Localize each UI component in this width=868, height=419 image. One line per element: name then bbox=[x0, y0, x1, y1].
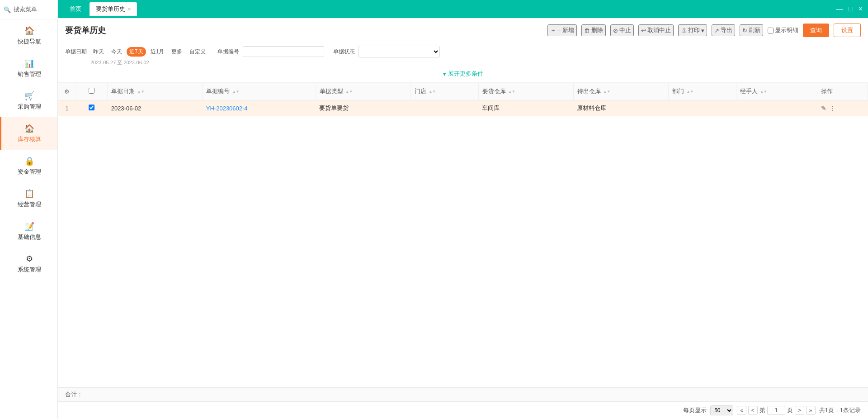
refresh-button[interactable]: ↻ 刷新 bbox=[740, 24, 763, 36]
main-area: 首页 要货单历史 × — □ × 要货单历史 ＋ + 新增 🗑 删除 bbox=[58, 0, 868, 419]
print-button[interactable]: 🖨 打印 ▾ bbox=[678, 24, 707, 36]
home-icon: 🏠 bbox=[24, 26, 34, 36]
last-page-btn[interactable]: » bbox=[806, 406, 816, 415]
sidebar-item-finance[interactable]: 🔒 资金管理 bbox=[0, 150, 57, 182]
total-info: 共1页，1条记录 bbox=[819, 406, 861, 414]
table-footer: 合计： bbox=[58, 387, 868, 401]
sort-pending-warehouse-icon[interactable]: ▲▼ bbox=[603, 90, 610, 94]
doc-no-input[interactable] bbox=[243, 46, 324, 57]
row-more-icon[interactable]: ⋮ bbox=[829, 105, 835, 112]
col-doc-type: 单据类型 ▲▼ bbox=[316, 83, 410, 100]
sidebar-item-basic[interactable]: 📝 基础信息 bbox=[0, 215, 57, 248]
shortcut-last1month[interactable]: 近1月 bbox=[148, 47, 167, 57]
sidebar-item-purchase[interactable]: 🛒 采购管理 bbox=[0, 85, 57, 117]
chevron-down-icon: ▾ bbox=[443, 71, 446, 77]
tab-active[interactable]: 要货单历史 × bbox=[90, 2, 137, 16]
filter-area: 单据日期 昨天 今天 近7天 近1月 更多 自定义 单据编号 单据状态 bbox=[58, 41, 868, 83]
sidebar-search[interactable]: 🔍 搜索菜单 bbox=[0, 0, 57, 19]
table-header-row: ⚙ 单据日期 ▲▼ 单据编号 ▲▼ 单据类型 bbox=[58, 83, 868, 100]
row-doc-type: 要货单要货 bbox=[316, 100, 410, 116]
expand-more-btn[interactable]: ▾ 展开更多条件 bbox=[65, 70, 861, 78]
add-button[interactable]: ＋ + 新增 bbox=[547, 24, 577, 36]
warehouse-icon: 🏠 bbox=[24, 124, 34, 133]
date-shortcuts: 昨天 今天 近7天 近1月 更多 自定义 bbox=[90, 47, 208, 57]
sidebar-item-label: 基础信息 bbox=[18, 233, 41, 241]
stop-button[interactable]: ⊘ 中止 bbox=[610, 24, 634, 36]
doc-no-label: 单据编号 bbox=[217, 48, 239, 56]
sidebar-item-label: 库存核算 bbox=[18, 135, 41, 143]
minimize-icon[interactable]: — bbox=[836, 5, 843, 13]
next-page-btn[interactable]: > bbox=[795, 406, 804, 415]
page-title: 要货单历史 bbox=[65, 25, 106, 36]
cancel-stop-button[interactable]: ↩ 取消中止 bbox=[638, 24, 674, 36]
shortcut-yesterday[interactable]: 昨天 bbox=[90, 47, 107, 57]
row-pending-warehouse: 原材料仓库 bbox=[573, 100, 668, 116]
row-store bbox=[410, 100, 478, 116]
date-range-display: 2023-05-27 至 2023-06-02 bbox=[90, 59, 149, 66]
expand-more-label: 展开更多条件 bbox=[448, 70, 483, 78]
window-close-icon[interactable]: × bbox=[859, 5, 863, 13]
toolbar: ＋ + 新增 🗑 删除 ⊘ 中止 ↩ 取消中止 🖨 打印 bbox=[547, 24, 861, 37]
date-filter-group: 单据日期 昨天 今天 近7天 近1月 更多 自定义 bbox=[65, 47, 208, 57]
export-button[interactable]: ↗ 导出 bbox=[712, 24, 735, 36]
shortcut-more[interactable]: 更多 bbox=[169, 47, 185, 57]
add-icon: ＋ bbox=[550, 26, 556, 34]
maximize-icon[interactable]: □ bbox=[849, 5, 853, 13]
sidebar-item-label: 资金管理 bbox=[18, 168, 41, 176]
col-req-warehouse: 要货仓库 ▲▼ bbox=[478, 83, 573, 100]
sidebar-item-system[interactable]: ⚙ 系统管理 bbox=[0, 248, 57, 280]
date-filter-label: 单据日期 bbox=[65, 48, 87, 56]
sort-date-icon[interactable]: ▲▼ bbox=[137, 90, 145, 94]
query-button[interactable]: 查询 bbox=[803, 24, 829, 37]
sort-doctype-icon[interactable]: ▲▼ bbox=[345, 90, 353, 94]
doc-no-link[interactable]: YH-20230602-4 bbox=[206, 105, 248, 112]
tab-home[interactable]: 首页 bbox=[63, 2, 88, 16]
sidebar-item-label: 销售管理 bbox=[18, 70, 41, 78]
active-tab-label: 要货单历史 bbox=[96, 5, 125, 13]
select-all-checkbox[interactable] bbox=[89, 88, 94, 94]
sidebar-item-sales[interactable]: 📊 销售管理 bbox=[0, 52, 57, 85]
row-checkbox[interactable] bbox=[89, 105, 94, 110]
shortcut-today[interactable]: 今天 bbox=[108, 47, 125, 57]
summary-label: 合计： bbox=[65, 390, 83, 399]
sidebar-item-inventory[interactable]: 🏠 库存核算 bbox=[0, 117, 57, 150]
sidebar-item-operation[interactable]: 📋 经营管理 bbox=[0, 182, 57, 215]
page-size-select[interactable]: 50 10 20 100 bbox=[710, 405, 733, 415]
table-container: ⚙ 单据日期 ▲▼ 单据编号 ▲▼ 单据类型 bbox=[58, 83, 868, 387]
row-actions: ✎ ⋮ bbox=[817, 100, 868, 116]
sort-department-icon[interactable]: ▲▼ bbox=[686, 90, 693, 94]
doc-icon: 📝 bbox=[24, 221, 34, 231]
settings-button[interactable]: 设置 bbox=[834, 24, 861, 37]
shortcut-last7days[interactable]: 近7天 bbox=[127, 47, 146, 57]
page-number-input[interactable] bbox=[767, 406, 785, 415]
settings-col-header[interactable]: ⚙ bbox=[58, 83, 76, 100]
close-tab-icon[interactable]: × bbox=[128, 6, 131, 12]
home-tab-label: 首页 bbox=[70, 5, 81, 13]
date-range-row: 2023-05-27 至 2023-06-02 bbox=[65, 59, 861, 66]
first-page-btn[interactable]: « bbox=[737, 406, 746, 415]
sort-docno-icon[interactable]: ▲▼ bbox=[232, 90, 240, 94]
prev-page-btn[interactable]: < bbox=[748, 406, 758, 415]
delete-button[interactable]: 🗑 删除 bbox=[581, 24, 606, 36]
row-handler bbox=[736, 100, 817, 116]
sidebar-item-label: 系统管理 bbox=[18, 266, 41, 274]
shortcut-custom[interactable]: 自定义 bbox=[187, 47, 208, 57]
data-table: ⚙ 单据日期 ▲▼ 单据编号 ▲▼ 单据类型 bbox=[58, 83, 868, 116]
row-doc-no: YH-20230602-4 bbox=[203, 100, 316, 116]
status-label: 单据状态 bbox=[333, 48, 355, 56]
page-label-before: 第 bbox=[760, 406, 765, 414]
row-edit-icon[interactable]: ✎ bbox=[821, 105, 826, 112]
sort-store-icon[interactable]: ▲▼ bbox=[429, 90, 436, 94]
sort-handler-icon[interactable]: ▲▼ bbox=[760, 90, 767, 94]
sort-req-warehouse-icon[interactable]: ▲▼ bbox=[508, 90, 515, 94]
checkbox-col-header bbox=[76, 83, 108, 100]
sidebar-item-label: 采购管理 bbox=[18, 103, 41, 111]
sidebar-item-quick-nav[interactable]: 🏠 快捷导航 bbox=[0, 19, 57, 52]
status-select[interactable] bbox=[359, 46, 440, 57]
display-detail-toggle[interactable]: 显示明细 bbox=[768, 26, 798, 34]
lock-icon: 🔒 bbox=[24, 156, 34, 166]
stop-icon: ⊘ bbox=[613, 27, 618, 34]
topbar-right-controls: — □ × bbox=[836, 5, 863, 13]
status-filter-group: 单据状态 bbox=[333, 46, 440, 57]
display-detail-checkbox[interactable] bbox=[768, 28, 774, 33]
